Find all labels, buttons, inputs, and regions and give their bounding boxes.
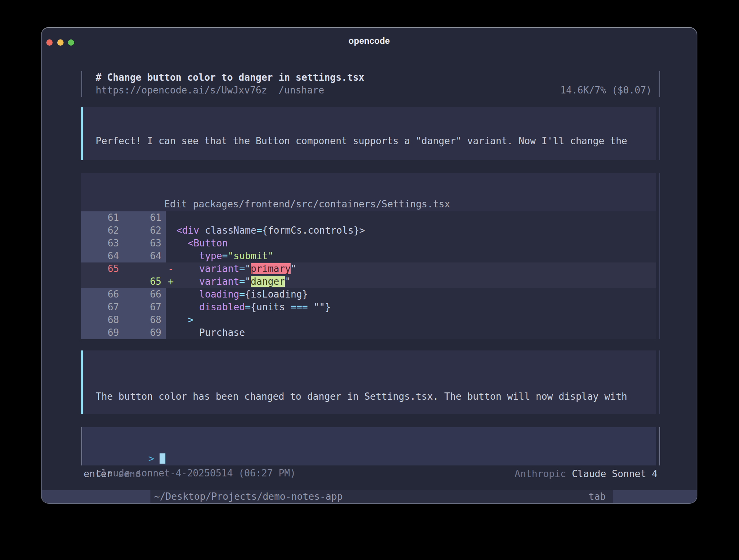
diff-code-line: <Button bbox=[176, 237, 656, 250]
diff-code-segment: loading bbox=[176, 289, 239, 300]
session-header: # Change button color to danger in setti… bbox=[81, 71, 660, 97]
diff-new-line-number: 62 bbox=[119, 224, 161, 237]
diff-code-segment: variant bbox=[176, 263, 239, 274]
diff-old-line-number bbox=[81, 275, 119, 288]
input-right-border bbox=[659, 427, 660, 465]
send-hint: entersend bbox=[84, 468, 141, 480]
diff-new-line-number: 69 bbox=[119, 326, 161, 339]
scroll-track bbox=[659, 107, 660, 160]
diff-code-segment: danger bbox=[251, 276, 285, 287]
diff-change-marker: - bbox=[166, 262, 176, 275]
assistant-message: Perfect! I can see that the Button compo… bbox=[81, 107, 660, 160]
desktop-background: opencode # Change button color to danger… bbox=[0, 0, 739, 560]
diff-code-line: type="submit" bbox=[176, 250, 656, 262]
diff-code-segment: {units bbox=[251, 302, 291, 312]
diff-code-segment: = bbox=[256, 225, 262, 236]
diff-code-segment: disabled bbox=[176, 302, 245, 312]
diff-change-marker bbox=[166, 326, 176, 339]
diff-old-line-number: 69 bbox=[81, 326, 119, 339]
diff-code-segment: "submit" bbox=[228, 250, 273, 261]
prompt-symbol: > bbox=[149, 453, 154, 464]
diff-old-line-number: 62 bbox=[81, 224, 119, 237]
diff-gutter: 6666 bbox=[81, 288, 166, 301]
diff-old-line-number: 67 bbox=[81, 301, 119, 314]
model-indicator: AnthropicClaude Sonnet 4 bbox=[514, 468, 658, 480]
edit-tool-header: Editpackages/frontend/src/containers/Set… bbox=[81, 173, 656, 211]
diff-code-segment: Purchase bbox=[176, 327, 245, 338]
diff-code-line: disabled={units === ""} bbox=[176, 301, 656, 314]
diff-gutter: 6767 bbox=[81, 301, 166, 314]
mode-segment[interactable]: BUILDMODE bbox=[613, 490, 697, 503]
diff-change-marker bbox=[166, 314, 176, 326]
working-directory: ~/Desktop/Projects/demo-notes-app bbox=[154, 490, 343, 503]
context-usage: 14.6K/7% ($0.07) bbox=[560, 84, 652, 97]
diff-change-marker bbox=[166, 288, 176, 301]
edit-tool-block: Editpackages/frontend/src/containers/Set… bbox=[81, 173, 660, 339]
diff-code-segment: " bbox=[245, 276, 251, 287]
diff-gutter: 6969 bbox=[81, 326, 166, 339]
diff-code-segment: " bbox=[245, 263, 251, 274]
diff-code-segment: {isLoading} bbox=[245, 289, 308, 300]
diff-new-line-number: 61 bbox=[119, 211, 161, 224]
prompt-input[interactable]: > bbox=[81, 427, 660, 465]
diff-row: 6767 disabled={units === ""} bbox=[81, 301, 656, 314]
diff-new-line-number bbox=[119, 262, 161, 275]
diff-change-marker bbox=[166, 224, 176, 237]
diff-code-line: <div className={formCs.controls}> bbox=[176, 224, 656, 237]
diff-code-line: variant="danger" bbox=[176, 275, 656, 288]
scroll-track bbox=[659, 173, 660, 339]
statusbar-spacer bbox=[343, 490, 589, 503]
tab-key-hint: tab bbox=[589, 490, 606, 503]
edit-action-label: Edit bbox=[164, 199, 187, 210]
diff-row: 6969 Purchase bbox=[81, 326, 656, 339]
titlebar[interactable]: opencode bbox=[42, 28, 697, 49]
diff-code-line: loading={isLoading} bbox=[176, 288, 656, 301]
diff-code-segment: " bbox=[285, 276, 291, 287]
status-bar: opencodev0.3.11 ~/Desktop/Projects/demo-… bbox=[42, 490, 697, 503]
scroll-track bbox=[659, 350, 660, 414]
diff-row: 6868 > bbox=[81, 314, 656, 326]
diff-new-line-number: 65 bbox=[119, 275, 161, 288]
diff-gutter: 6262 bbox=[81, 224, 166, 237]
diff-code-segment: variant bbox=[176, 276, 239, 287]
diff-new-line-number: 64 bbox=[119, 250, 161, 262]
diff-gutter: 6464 bbox=[81, 250, 166, 262]
diff-code-segment: === bbox=[291, 302, 308, 312]
diff-row: 65+ variant="danger" bbox=[81, 275, 656, 288]
diff-code-segment: className bbox=[199, 225, 257, 236]
diff-new-line-number: 67 bbox=[119, 301, 161, 314]
send-action-label: send bbox=[118, 468, 141, 479]
diff-old-line-number: 63 bbox=[81, 237, 119, 250]
message-text-line: Perfect! I can see that the Button compo… bbox=[96, 135, 656, 147]
edit-file-path: packages/frontend/src/containers/Setting… bbox=[193, 199, 450, 210]
diff-code-segment: " bbox=[291, 263, 296, 274]
session-content: # Change button color to danger in setti… bbox=[81, 49, 660, 480]
message-text-line: The button color has been changed to dan… bbox=[96, 390, 656, 403]
diff-row: 6363 <Button bbox=[81, 237, 656, 250]
header-right-border bbox=[659, 71, 660, 97]
diff-code-line: Purchase bbox=[176, 326, 656, 339]
share-url[interactable]: https://opencode.ai/s/UwJxv76z bbox=[96, 85, 267, 96]
diff-row: 6464 type="submit" bbox=[81, 250, 656, 262]
diff-code-segment: = bbox=[245, 302, 251, 312]
diff-code-line bbox=[176, 211, 656, 224]
unshare-command[interactable]: /unshare bbox=[279, 85, 324, 96]
diff-code-segment: = bbox=[239, 276, 245, 287]
text-cursor bbox=[160, 453, 165, 464]
share-info: https://opencode.ai/s/UwJxv76z/unshare bbox=[96, 84, 324, 97]
diff-gutter: 6161 bbox=[81, 211, 166, 224]
diff-new-line-number: 66 bbox=[119, 288, 161, 301]
diff-code-segment: <Button bbox=[176, 238, 228, 249]
diff-code-segment: <div bbox=[176, 225, 199, 236]
diff-code-segment: ""} bbox=[308, 302, 331, 312]
diff-old-line-number: 68 bbox=[81, 314, 119, 326]
opencode-window: opencode # Change button color to danger… bbox=[41, 27, 697, 504]
diff-gutter: 65 bbox=[81, 275, 166, 288]
diff-old-line-number: 64 bbox=[81, 250, 119, 262]
diff-change-marker bbox=[166, 237, 176, 250]
diff-row: 6666 loading={isLoading} bbox=[81, 288, 656, 301]
diff-change-marker bbox=[166, 250, 176, 262]
diff-code-segment: type bbox=[176, 250, 222, 261]
diff-change-marker bbox=[166, 211, 176, 224]
diff-gutter: 6868 bbox=[81, 314, 166, 326]
